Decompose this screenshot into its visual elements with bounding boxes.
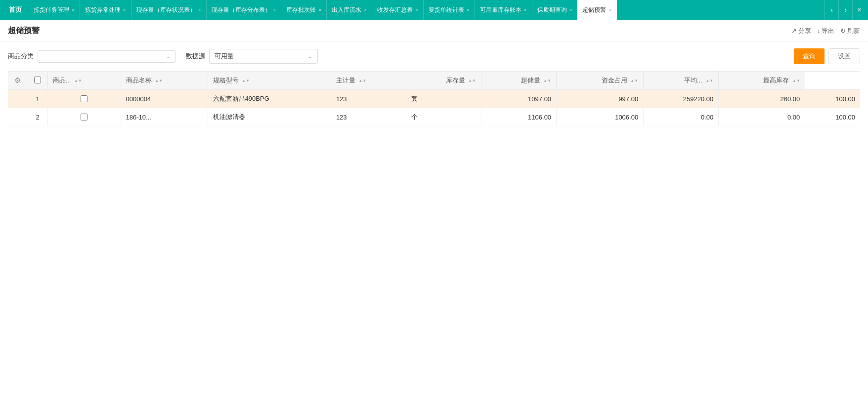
th-max[interactable]: 最高库存 ▲▼ [719,72,805,90]
row-unit: 个 [406,108,481,126]
tab-close-icon[interactable]: × [569,7,572,13]
row-avg: 0.00 [719,108,805,126]
refresh-label: 刷新 [847,27,860,36]
tab-label: 现存量（库存分布表） [212,6,271,14]
tab-batch-account[interactable]: 库存批次账 × [281,0,327,20]
tab-available-account[interactable]: 可用量库存账本 × [475,0,532,20]
category-label: 商品分类 [8,52,34,61]
table-body: 1 0000004 六配套新昌490BPG 123 套 1097.00 997.… [8,90,860,126]
row-max: 100.00 [805,90,860,108]
tab-label: 要货单统计表 [429,6,464,14]
category-select[interactable]: ⌄ [38,50,176,63]
export-label: 导出 [822,27,834,36]
th-over[interactable]: 超储量 ▲▼ [481,72,557,90]
th-name-label: 商品名称 [126,77,152,84]
th-capital[interactable]: 资金占用 ▲▼ [557,72,644,90]
tab-label: 拣货任务管理 [34,6,69,14]
th-unit[interactable]: 主计量 ▲▼ [331,72,406,90]
tab-close-icon[interactable]: × [415,7,418,13]
th-over-label: 超储量 [521,77,540,84]
tab-close-icon[interactable]: × [72,7,75,13]
table-container: ⚙ 商品... ▲▼ 商品名称 ▲▼ 规格型号 ▲▼ [0,71,868,126]
export-action[interactable]: ↓ 导出 [817,27,835,36]
tab-stock-dist[interactable]: 现存量（库存分布表） × [207,0,282,20]
refresh-icon: ↻ [840,27,846,35]
table-row: 2 186-10... 机油滤清器 123 个 1106.00 1006.00 … [8,108,860,126]
nav-prev-arrow[interactable]: ‹ [825,0,838,20]
tab-label: 库存批次账 [286,6,316,14]
tab-close-icon[interactable]: × [608,7,611,13]
tab-close-icon[interactable]: × [364,7,367,13]
row-stock: 1106.00 [481,108,557,126]
page-container: 超储预警 ↗ 分享 ↓ 导出 ↻ 刷新 商品分类 ⌄ 数据源 [0,20,868,395]
select-all-checkbox[interactable] [34,77,41,83]
row-checkbox[interactable] [47,90,121,108]
nav-arrows: ‹ › × [825,0,866,20]
row-code: 0000004 [121,90,208,108]
sort-arrows-icon: ▲▼ [359,79,367,83]
tab-close-icon[interactable]: × [318,7,321,13]
refresh-action[interactable]: ↻ 刷新 [840,27,860,36]
row-select-checkbox[interactable] [81,114,87,120]
setting-button[interactable]: 设置 [828,48,860,64]
th-checkbox[interactable] [28,72,47,90]
th-avg[interactable]: 平均... ▲▼ [644,72,719,90]
th-code[interactable]: 商品... ▲▼ [47,72,121,90]
nav-home[interactable]: 首页 [2,5,29,14]
page-title: 超储预警 [8,26,40,36]
tab-label: 保质期查询 [537,6,567,14]
tab-close-icon[interactable]: × [273,7,276,13]
th-stock[interactable]: 库存量 ▲▼ [406,72,481,90]
tab-overstock[interactable]: 超储预警 × [577,0,617,20]
row-unit: 套 [406,90,481,108]
tab-close-icon[interactable]: × [123,7,126,13]
query-button[interactable]: 查询 [794,48,825,64]
tab-label: 现存量（库存状况表） [136,6,196,14]
th-spec[interactable]: 规格型号 ▲▼ [208,72,331,90]
row-spec: 123 [331,90,406,108]
datasource-select-value: 可用量 [215,52,234,61]
tab-close-icon[interactable]: × [467,7,470,13]
tab-label: 超储预警 [582,6,606,14]
overstock-table: ⚙ 商品... ▲▼ 商品名称 ▲▼ 规格型号 ▲▼ [8,71,860,126]
chevron-down-icon: ⌄ [308,53,312,60]
share-action[interactable]: ↗ 分享 [791,27,811,36]
th-code-label: 商品... [53,77,71,84]
header-actions: ↗ 分享 ↓ 导出 ↻ 刷新 [791,27,861,36]
th-avg-label: 平均... [684,77,702,84]
row-name: 六配套新昌490BPG [208,90,331,108]
tab-label: 可用量库存账本 [480,6,521,14]
row-select-checkbox[interactable] [81,95,87,102]
row-over: 997.00 [557,90,644,108]
tab-pick-exception[interactable]: 拣货异常处理 × [80,0,131,20]
tab-demand-stats[interactable]: 要货单统计表 × [424,0,475,20]
th-unit-label: 主计量 [336,77,355,84]
row-checkbox[interactable] [47,108,121,126]
row-capital: 0.00 [644,108,719,126]
th-gear[interactable]: ⚙ [8,72,28,90]
tab-pick-task[interactable]: 拣货任务管理 × [29,0,80,20]
category-filter: 商品分类 ⌄ [8,50,176,63]
filter-buttons: 查询 设置 [794,48,860,64]
row-gear-cell [8,108,28,126]
table-row: 1 0000004 六配套新昌490BPG 123 套 1097.00 997.… [8,90,860,108]
sort-arrows-icon: ▲▼ [792,79,800,83]
datasource-select[interactable]: 可用量 ⌄ [209,49,318,64]
tab-flow[interactable]: 出入库流水 × [327,0,372,20]
tab-stock-status[interactable]: 现存量（库存状况表） × [131,0,207,20]
tab-close-icon[interactable]: × [198,7,201,13]
share-icon: ↗ [791,27,797,35]
tab-summary[interactable]: 收发存汇总表 × [372,0,424,20]
tab-close-icon[interactable]: × [524,7,527,13]
row-max: 100.00 [805,108,860,126]
nav-close-arrow[interactable]: × [852,0,866,20]
gear-icon[interactable]: ⚙ [14,76,21,84]
th-name[interactable]: 商品名称 ▲▼ [121,72,208,90]
th-stock-label: 库存量 [446,77,465,84]
page-header: 超储预警 ↗ 分享 ↓ 导出 ↻ 刷新 [0,20,868,41]
datasource-filter: 数据源 可用量 ⌄ [186,49,318,64]
tab-expiry[interactable]: 保质期查询 × [532,0,578,20]
nav-next-arrow[interactable]: › [838,0,852,20]
sort-arrows-icon: ▲▼ [468,79,476,83]
row-name: 机油滤清器 [208,108,331,126]
